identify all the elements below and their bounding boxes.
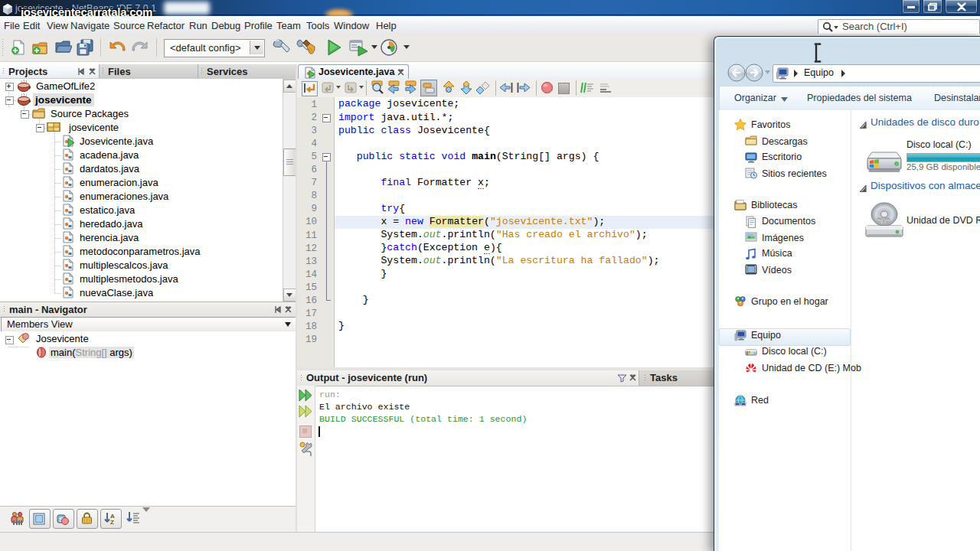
svg-text:DVD: DVD bbox=[877, 217, 890, 224]
svg-text:Z: Z bbox=[110, 519, 114, 526]
